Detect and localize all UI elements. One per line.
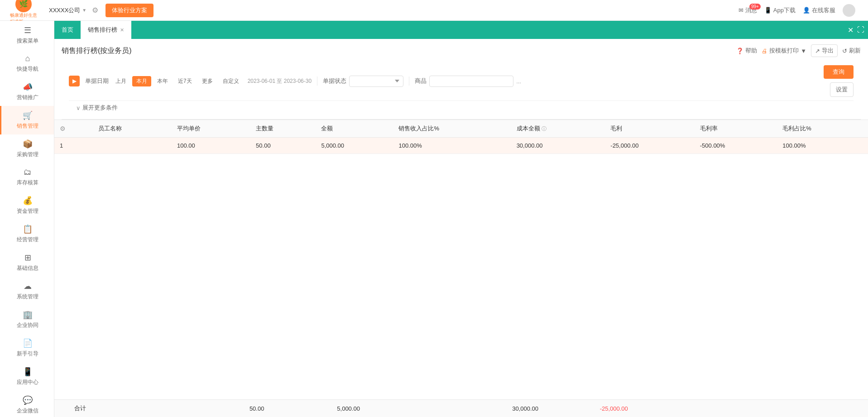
table-footer: 合计 50.00 5,000.00 30,000.00 -25,000.00 xyxy=(54,399,868,417)
cell-rank: 1 xyxy=(54,138,93,154)
more-fields-link[interactable]: ... xyxy=(516,78,521,85)
sidebar-item-sales[interactable]: 🛒 销售管理 xyxy=(0,106,54,134)
refresh-label: 刷新 xyxy=(849,47,861,55)
gear-icon[interactable]: ⚙ xyxy=(92,6,98,14)
help-icon: ❓ xyxy=(736,48,743,54)
footer-empty1 xyxy=(60,404,74,412)
sidebar-item-label: 采购管理 xyxy=(17,151,38,158)
avatar[interactable] xyxy=(843,4,855,17)
operation-icon: 📋 xyxy=(23,224,33,234)
close-window-icon[interactable]: ✕ xyxy=(848,26,854,34)
sidebar-item-finance[interactable]: 💰 资金管理 xyxy=(0,191,54,220)
close-icon[interactable]: ✕ xyxy=(120,27,124,33)
status-label: 单据状态 xyxy=(323,77,346,85)
status-select[interactable] xyxy=(349,76,403,87)
footer-empty2 xyxy=(162,404,249,412)
expand-label: 展开更多条件 xyxy=(82,104,118,112)
sidebar-item-guide[interactable]: 📄 新手引导 xyxy=(0,334,54,362)
tab-sales-rank-label: 销售排行榜 xyxy=(88,26,117,34)
this-year-btn[interactable]: 本年 xyxy=(153,76,172,86)
marketing-icon: 📣 xyxy=(23,82,33,92)
chevron-down-icon: ▼ xyxy=(82,8,86,13)
footer-empty5 xyxy=(775,404,863,412)
this-month-btn[interactable]: 本月 xyxy=(132,76,151,86)
sidebar-item-label: 资金管理 xyxy=(17,207,38,215)
sidebar-item-label: 快捷导航 xyxy=(17,65,38,73)
trial-button[interactable]: 体验行业方案 xyxy=(106,4,153,17)
custom-date-btn[interactable]: 自定义 xyxy=(219,76,243,86)
sidebar-item-quick[interactable]: ⌂ 快捷导航 xyxy=(0,49,54,77)
prev-month-btn[interactable]: 上月 xyxy=(111,76,130,86)
sidebar-item-label: 新手引导 xyxy=(17,350,38,358)
sidebar-item-basic[interactable]: ⊞ 基础信息 xyxy=(0,248,54,277)
sidebar-item-inventory[interactable]: 🗂 库存核算 xyxy=(0,163,54,191)
goods-input[interactable] xyxy=(429,76,513,87)
divider xyxy=(317,77,317,86)
print-button[interactable]: 🖨 按模板打印 ▼ xyxy=(762,47,806,55)
footer-label: 合计 xyxy=(74,404,162,412)
th-amount: 全额 xyxy=(316,120,393,138)
sidebar-item-operation[interactable]: 📋 经营管理 xyxy=(0,220,54,248)
column-settings-icon: ⚙ xyxy=(60,125,66,132)
print-label: 按模板打印 xyxy=(769,47,799,55)
cell-sales-pct: 100.00% xyxy=(393,138,511,154)
footer-gross: -25,000.00 xyxy=(600,404,687,412)
message-icon: ✉ xyxy=(739,7,743,14)
date-label: 单据日期 xyxy=(85,77,109,85)
sidebar-item-label: 销售管理 xyxy=(17,122,38,130)
message-button[interactable]: ✉ 消息 99+ xyxy=(739,6,757,14)
company-selector[interactable]: XXXXX公司 ▼ xyxy=(49,6,86,14)
help-button[interactable]: ❓ 帮助 xyxy=(736,47,757,55)
th-gear[interactable]: ⚙ xyxy=(54,120,93,138)
last7-btn[interactable]: 近7天 xyxy=(174,76,196,86)
cell-gross: -25,000.00 xyxy=(605,138,694,154)
export-icon: ↗ xyxy=(815,48,820,54)
online-service-button[interactable]: 👤 在线客服 xyxy=(803,6,835,14)
tab-home[interactable]: 首页 xyxy=(54,21,81,39)
page-title: 销售排行榜(按业务员) xyxy=(62,46,132,56)
sidebar-item-appcenter[interactable]: 📱 应用中心 xyxy=(0,362,54,391)
date-filter: 单据日期 上月 本月 本年 近7天 更多 自定义 2023-06-01 至 20… xyxy=(85,76,312,86)
cell-name xyxy=(93,138,172,154)
tab-sales-rank[interactable]: 销售排行榜 ✕ xyxy=(81,21,131,39)
maximize-icon[interactable]: ⛶ xyxy=(857,26,864,34)
sidebar-item-label: 企业微信 xyxy=(17,407,38,415)
query-button[interactable]: 查询 xyxy=(824,65,854,79)
th-gross-pct: 毛利占比% xyxy=(777,120,868,138)
sidebar-item-label: 营销推广 xyxy=(17,94,38,101)
finance-icon: 💰 xyxy=(23,196,33,206)
footer-cost: 30,000.00 xyxy=(512,404,599,412)
app-download-button[interactable]: 📱 App下载 xyxy=(764,6,796,14)
cell-amount: 5,000.00 xyxy=(316,138,393,154)
purchase-icon: 📦 xyxy=(23,139,33,149)
more-date-btn[interactable]: 更多 xyxy=(198,76,217,86)
settings-button[interactable]: 设置 xyxy=(830,82,854,97)
search-menu-icon: ☰ xyxy=(24,25,31,35)
sidebar-item-purchase[interactable]: 📦 采购管理 xyxy=(0,134,54,163)
download-icon: 📱 xyxy=(764,7,772,14)
topbar: 🌿 畅康通好生意 标准版 XXXXX公司 ▼ ⚙ 体验行业方案 ✉ 消息 99+… xyxy=(0,0,868,21)
company-name: XXXXX公司 xyxy=(49,6,80,14)
sidebar-item-system[interactable]: ☁ 系统管理 xyxy=(0,277,54,305)
th-cost: 成本全额 ⓘ xyxy=(511,120,605,138)
export-button[interactable]: ↗ 导出 xyxy=(811,44,838,57)
sidebar-item-enterprise[interactable]: 🏢 企业协同 xyxy=(0,305,54,334)
refresh-icon: ↺ xyxy=(842,48,847,54)
sidebar-item-label: 搜索菜单 xyxy=(17,37,38,45)
inventory-icon: 🗂 xyxy=(24,168,32,177)
refresh-button[interactable]: ↺ 刷新 xyxy=(842,47,861,55)
date-buttons: 上月 本月 本年 近7天 更多 自定义 xyxy=(111,76,243,86)
message-badge: 99+ xyxy=(749,4,761,10)
filter-toggle[interactable]: ▶ xyxy=(69,76,80,86)
th-name: 员工名称 xyxy=(93,120,172,138)
sidebar-item-marketing[interactable]: 📣 营销推广 xyxy=(0,77,54,106)
cell-gross-rate: -500.00% xyxy=(695,138,777,154)
table-row[interactable]: 1100.0050.005,000.00100.00%30,000.00-25,… xyxy=(54,138,868,154)
basic-icon: ⊞ xyxy=(24,253,31,263)
logo-icon: 🌿 xyxy=(15,0,32,12)
footer-qty: 50.00 xyxy=(249,404,337,412)
sidebar-item-search[interactable]: ☰ 搜索菜单 xyxy=(0,21,54,49)
sidebar-item-wechat[interactable]: 💬 企业微信 xyxy=(0,391,54,417)
expand-filter-button[interactable]: ∨ 展开更多条件 xyxy=(69,101,854,115)
filter-bar: ▶ 单据日期 上月 本月 本年 近7天 更多 自定义 2023-06-01 至 … xyxy=(62,61,861,120)
